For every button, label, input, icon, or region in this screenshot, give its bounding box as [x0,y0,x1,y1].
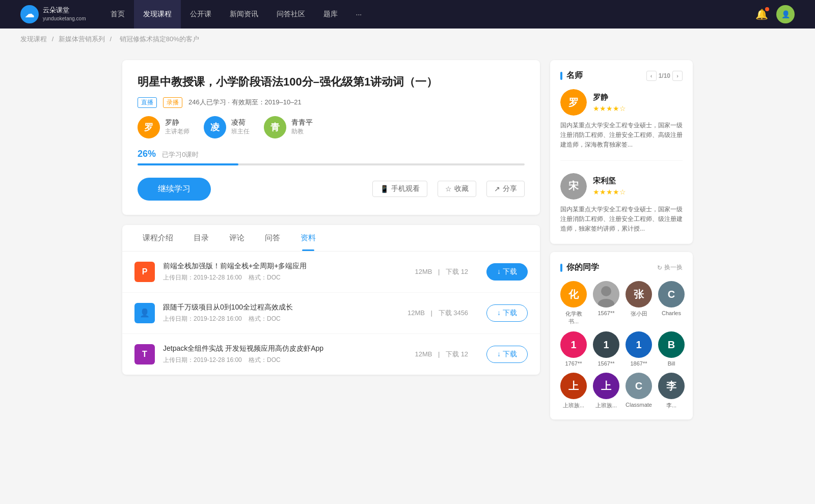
classmates-card: 你的同学 ↻ 换一换 化 化学教书... 1567** [550,252,693,419]
classmate-4[interactable]: C Charles [658,281,685,325]
share-link[interactable]: ↗ 分享 [486,181,525,197]
notification-dot [765,7,769,11]
classmate-9[interactable]: 上 上班族... [560,373,587,409]
classmate-1[interactable]: 化 化学教书... [560,281,587,325]
teacher-2-avatar: 凌 [204,116,226,138]
progress-section: 26% 已学习0课时 [138,149,525,165]
main-container: 明星中教授课，小学阶段语法100分–强化级第1讲动词（一） 直播 录播 246人… [102,50,713,438]
download-btn-2[interactable]: ↓ 下载 [486,304,528,322]
logo[interactable]: ☁ 云朵课堂yunduoketang.com [20,5,86,23]
prev-teacher-btn[interactable]: ‹ [646,71,657,81]
res-title-3: Jetpack全组件实战 开发短视频应用高仿皮皮虾App [163,344,396,353]
teacher-2-role: 班主任 [231,127,250,136]
tab-qa[interactable]: 问答 [255,225,290,251]
nav-home[interactable]: 首页 [101,0,134,29]
tag-record: 录播 [163,97,182,108]
breadcrumb-current: 销冠修炼术搞定80%的客户 [120,35,199,43]
tab-review[interactable]: 评论 [219,225,255,251]
teacher-2: 凌 凌荷 班主任 [204,116,250,138]
sidebar-teacher-1-name: 罗静 [593,93,626,102]
classmate-12[interactable]: 李 李... [658,373,685,409]
classmate-6[interactable]: 1 1567** [593,331,619,367]
sidebar: 名师 ‹ 1/10 › 罗 罗静 ★★★★☆ [550,60,693,428]
nav-news[interactable]: 新闻资讯 [221,0,267,29]
classmate-6-name: 1567** [597,360,614,367]
tab-intro[interactable]: 课程介绍 [132,225,183,251]
classmate-10[interactable]: 上 上班族... [593,373,619,409]
mobile-label: 手机观看 [391,184,420,193]
nav-open[interactable]: 公开课 [181,0,221,29]
nav-quiz[interactable]: 题库 [314,0,347,29]
teacher-1-role: 主讲老师 [165,127,189,136]
classmate-7[interactable]: 1 1867** [626,331,652,367]
download-btn-1[interactable]: ↓ 下载 [486,263,528,281]
res-stats-3: 12MB | 下载 12 [415,350,468,359]
classmate-8-name: Bill [668,360,675,367]
resource-item-2: 👤 跟随千万级项目从0到100全过程高效成长 上传日期：2019-12-28 1… [122,293,540,334]
download-btn-3[interactable]: ↓ 下载 [486,346,528,363]
sidebar-teacher-2: 宋 宋利坚 ★★★★☆ 国内某重点大学安全工程专业硕士，国家一级注册消防工程师、… [560,173,683,234]
res-icon-1: P [134,262,155,282]
classmate-7-avatar: 1 [626,331,652,358]
study-time: 已学习0课时 [162,151,199,158]
teacher-1-info: 罗静 主讲老师 [165,118,189,136]
teacher-3-role: 助教 [291,127,313,136]
breadcrumb: 发现课程 / 新媒体营销系列 / 销冠修炼术搞定80%的客户 [0,29,815,50]
res-meta-1: 上传日期：2019-12-28 16:00 格式：DOC [163,273,396,282]
teacher-sidebar-top-2: 宋 宋利坚 ★★★★☆ [560,173,683,200]
teacher-3-avatar: 青 [264,116,286,138]
breadcrumb-link-discover[interactable]: 发现课程 [20,35,47,43]
teacher-2-name: 凌荷 [231,118,250,127]
classmate-3[interactable]: 张 张小田 [626,281,652,325]
share-icon: ↗ [494,185,500,193]
nav-discover[interactable]: 发现课程 [134,0,181,29]
sidebar-teacher-1-avatar: 罗 [560,89,587,116]
classmate-11-name: Classmate [626,402,652,408]
action-links: 📱 手机观看 ☆ 收藏 ↗ 分享 [372,181,525,197]
logo-text: 云朵课堂yunduoketang.com [43,6,86,22]
res-stats-2: 12MB | 下载 3456 [408,309,468,318]
classmate-5-avatar: 1 [560,331,587,358]
progress-text: 26% 已学习0课时 [138,149,525,159]
classmate-7-name: 1867** [630,360,647,367]
classmate-3-avatar: 张 [626,281,652,307]
res-info-2: 跟随千万级项目从0到100全过程高效成长 上传日期：2019-12-28 16:… [163,303,389,323]
sidebar-teacher-2-avatar: 宋 [560,173,587,200]
title-left: 名师 [560,70,583,81]
teachers-list: 罗 罗静 主讲老师 凌 凌荷 班主任 青 青青平 [138,116,525,138]
sidebar-teacher-1-stars: ★★★★☆ [593,104,626,113]
navbar: ☁ 云朵课堂yunduoketang.com 首页 发现课程 公开课 新闻资讯 … [0,0,815,29]
classmate-8[interactable]: B Bill [658,331,685,367]
classmate-2[interactable]: 1567** [593,281,619,325]
teacher-pagination: ‹ 1/10 › [646,71,683,81]
mobile-icon: 📱 [380,185,389,193]
svg-point-1 [601,286,611,296]
classmate-2-name: 1567** [597,310,614,316]
progress-fill [138,163,238,165]
tab-catalog[interactable]: 目录 [183,225,219,251]
nav-qa[interactable]: 问答社区 [267,0,314,29]
res-stats-1: 12MB | 下载 12 [415,267,468,276]
classmate-11[interactable]: C Classmate [626,373,652,409]
classmates-grid: 化 化学教书... 1567** 张 张小田 C Charles [560,281,683,409]
classmate-12-avatar: 李 [658,373,685,399]
classmates-label: 你的同学 [566,262,599,273]
bell-icon[interactable]: 🔔 [755,8,768,20]
teachers-sidebar-title: 名师 ‹ 1/10 › [560,70,683,81]
favorite-link[interactable]: ☆ 收藏 [438,181,476,197]
tab-resources[interactable]: 资料 [290,225,326,251]
classmate-5[interactable]: 1 1767** [560,331,587,367]
refresh-btn[interactable]: ↻ 换一换 [657,263,683,272]
mobile-view-link[interactable]: 📱 手机观看 [372,181,427,197]
user-avatar-nav[interactable]: 👤 [776,5,795,23]
share-label: 分享 [503,184,517,193]
continue-button[interactable]: 继续学习 [138,178,211,201]
title-bar [560,72,562,80]
classmate-9-name: 上班族... [563,402,584,409]
content-area: 明星中教授课，小学阶段语法100分–强化级第1讲动词（一） 直播 录播 246人… [122,60,540,428]
classmate-8-avatar: B [658,331,685,358]
classmate-10-avatar: 上 [593,373,619,399]
breadcrumb-link-series[interactable]: 新媒体营销系列 [59,35,105,43]
nav-more[interactable]: ··· [347,0,371,29]
next-teacher-btn[interactable]: › [672,71,683,81]
